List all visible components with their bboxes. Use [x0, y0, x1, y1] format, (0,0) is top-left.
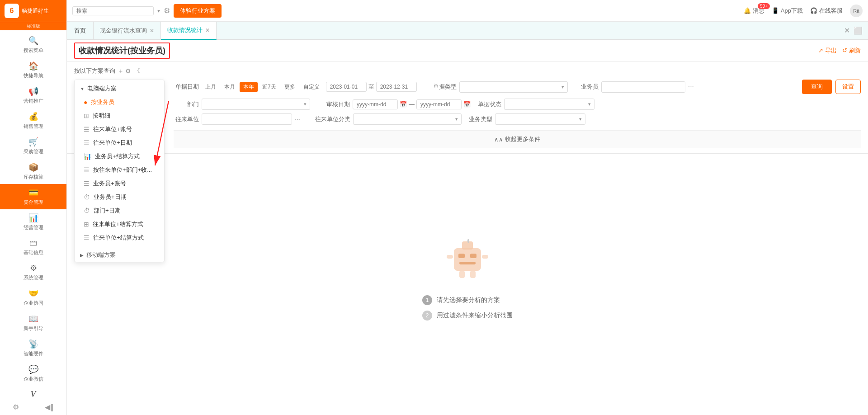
avatar[interactable]: Rit [850, 5, 863, 17]
partner-category-select[interactable] [353, 113, 462, 125]
sidebar-item-business[interactable]: 📊 经营管理 [0, 209, 66, 235]
sidebar-item-member[interactable]: V 畅会员 [0, 386, 66, 399]
phone-icon: 📱 [772, 7, 779, 14]
action-buttons: 查询 设置 [802, 80, 861, 94]
svg-rect-7 [467, 239, 469, 243]
sidebar-item-finance[interactable]: 💳 资金管理 [0, 184, 66, 209]
scheme-item-partner-settle2[interactable]: ☰ 往来单位+结算方式 [75, 231, 164, 245]
scheme-item-partner-settle1[interactable]: ⊞ 往来单位+结算方式 [75, 217, 164, 231]
date-field: 单据日期 上月 本月 本年 近7天 更多 自定义 至 [174, 82, 417, 92]
partner-category-label: 往来单位分类 [315, 115, 350, 123]
salesman-more-icon[interactable]: ··· [688, 83, 694, 91]
home-icon: 🏠 [28, 61, 38, 71]
calendar-icon-from[interactable]: 📅 [400, 101, 407, 108]
clock-icon-1: ⏱ [84, 193, 90, 201]
clock-icon-2: ⏱ [84, 207, 90, 214]
doc-type-select[interactable] [459, 81, 568, 93]
svg-rect-3 [458, 254, 465, 258]
scheme-item-partner-dept[interactable]: ☰ 按往来单位+部门+收... [75, 163, 164, 177]
sidebar-item-wechat[interactable]: 💬 企业微信 [0, 361, 66, 386]
manage-scheme-icon[interactable]: ⚙ [125, 67, 131, 75]
scheme-item-by-detail[interactable]: ⊞ 按明细 [75, 109, 164, 123]
topbar: ▾ ⚙ 体验行业方案 🔔 消息 99+ 📱 App下载 🎧 在线客服 Rit [67, 0, 868, 22]
scheme-item-salesman-settle[interactable]: 📊 业务员+结算方式 [75, 150, 164, 163]
date-from-input[interactable] [326, 82, 367, 92]
scheme-item-dept-date[interactable]: ⏱ 部门+日期 [75, 204, 164, 217]
page-header-actions: ↗ 导出 ↺ 刷新 [818, 47, 861, 55]
review-date-range: 📅 — 📅 [353, 99, 471, 109]
scheme-icons: + ⚙ 《 [119, 67, 140, 75]
biz-type-select[interactable] [495, 113, 585, 125]
date-to-input[interactable] [376, 82, 417, 92]
collapse-bar[interactable]: ∧∧ 收起更多条件 [174, 130, 861, 148]
step-1-text: 请先选择要分析的方案 [437, 296, 500, 304]
tab-bank-flow-close-icon[interactable]: ✕ [150, 28, 154, 34]
sidebar-item-search-menu[interactable]: 🔍 搜索菜单 [0, 32, 66, 57]
sidebar-item-marketing[interactable]: 📢 营销推广 [0, 83, 66, 108]
inventory-icon: 📦 [28, 162, 38, 172]
sidebar-item-purchase[interactable]: 🛒 采购管理 [0, 133, 66, 159]
biz-type-field: 业务类型 [467, 113, 585, 125]
calendar-icon-to[interactable]: 📅 [463, 101, 471, 108]
partner-input[interactable] [202, 113, 292, 125]
query-btn[interactable]: 查询 [802, 80, 832, 94]
collapse-scheme-icon[interactable]: 《 [134, 67, 140, 75]
topbar-settings-icon[interactable]: ⚙ [164, 6, 170, 15]
date-tab-custom[interactable]: 自定义 [300, 82, 323, 92]
sidebar-item-guide[interactable]: 📖 新手引导 [0, 310, 66, 335]
close-window-icon[interactable]: ✕ [844, 26, 850, 35]
dept-field: 部门 [174, 99, 310, 110]
tab-bank-flow[interactable]: 现金银行流水查询 ✕ [94, 22, 161, 40]
pc-group-header[interactable]: ▼ 电脑端方案 [75, 83, 164, 94]
sidebar-item-inventory[interactable]: 📦 库存核算 [0, 159, 66, 184]
tab-receipt-stats-close-icon[interactable]: ✕ [205, 27, 210, 33]
sidebar-item-quick-nav[interactable]: 🏠 快捷导航 [0, 57, 66, 83]
refresh-btn[interactable]: ↺ 刷新 [842, 47, 861, 55]
scheme-label: 按以下方案查询 [74, 67, 115, 75]
date-tab-this-month[interactable]: 本月 [221, 82, 239, 92]
settings-icon[interactable]: ⚙ [13, 403, 19, 411]
mobile-group-header[interactable]: ▶ 移动端方案 [75, 248, 164, 262]
sidebar-item-system[interactable]: ⚙ 系统管理 [0, 259, 66, 285]
tab-home[interactable]: 首页 [67, 22, 94, 40]
app-download-btn[interactable]: 📱 App下载 [772, 7, 803, 15]
scheme-item-partner-account[interactable]: ☰ 往来单位+账号 [75, 123, 164, 136]
doc-status-field: 单据状态 [476, 99, 594, 110]
scheme-item-salesman-account[interactable]: ☰ 业务员+账号 [75, 177, 164, 190]
date-tab-last-month[interactable]: 上月 [202, 82, 220, 92]
date-tab-this-year[interactable]: 本年 [240, 82, 258, 92]
salesman-input[interactable] [601, 81, 685, 93]
sidebar-item-sales[interactable]: 💰 销售管理 [0, 108, 66, 133]
empty-steps: 1 请先选择要分析的方案 2 用过滤条件来缩小分析范围 [422, 295, 513, 321]
search-menu-input[interactable] [72, 6, 154, 15]
date-tab-more[interactable]: 更多 [281, 82, 299, 92]
add-scheme-icon[interactable]: + [119, 67, 123, 75]
sidebar-item-enterprise[interactable]: 🤝 企业协同 [0, 285, 66, 310]
sidebar-item-basic[interactable]: 🗃 基础信息 [0, 235, 66, 259]
date-range: 至 [326, 82, 417, 92]
maximize-icon[interactable]: ⬜ [854, 26, 863, 35]
hardware-icon: 📡 [28, 339, 38, 349]
scheme-item-salesman-date[interactable]: ⏱ 业务员+日期 [75, 190, 164, 204]
sidebar-item-hardware[interactable]: 📡 智能硬件 [0, 335, 66, 361]
dept-select-wrapper [202, 99, 310, 110]
doc-status-select[interactable] [504, 99, 594, 110]
collapse-sidebar-icon[interactable]: ◀‖ [45, 403, 54, 411]
scheme-item-partner-date[interactable]: ☰ 往来单位+日期 [75, 136, 164, 150]
review-to-input[interactable] [416, 99, 462, 109]
date-tab-7days[interactable]: 近7天 [259, 82, 280, 92]
finance-icon: 💳 [28, 188, 38, 198]
review-from-input[interactable] [353, 99, 398, 109]
partner-more-icon[interactable]: ··· [295, 115, 301, 123]
scheme-item-by-salesman[interactable]: ● 按业务员 [75, 95, 164, 109]
tab-receipt-stats[interactable]: 收款情况统计 ✕ [161, 22, 217, 40]
breadcrumb-chevron-icon[interactable]: ▾ [157, 8, 160, 14]
export-btn[interactable]: ↗ 导出 [818, 47, 837, 55]
message-btn[interactable]: 🔔 消息 99+ [744, 7, 764, 15]
service-btn[interactable]: 🎧 在线客服 [810, 7, 843, 15]
dept-select[interactable] [202, 99, 310, 110]
doc-type-select-wrapper [459, 81, 568, 93]
table-icon-4: ☰ [84, 180, 90, 187]
trial-btn[interactable]: 体验行业方案 [174, 4, 222, 18]
setting-btn[interactable]: 设置 [835, 80, 861, 94]
